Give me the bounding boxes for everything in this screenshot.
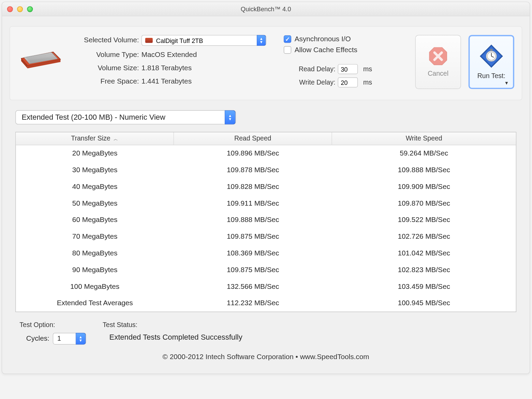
minimize-window-button[interactable]	[17, 6, 23, 12]
table-row: 90 MegaBytes109.875 MB/Sec102.823 MB/Sec	[16, 262, 516, 278]
table-cell: 60 MegaBytes	[16, 212, 174, 228]
table-cell: 102.823 MB/Sec	[332, 262, 516, 278]
table-cell: 70 MegaBytes	[16, 228, 174, 245]
table-cell: 109.522 MB/Sec	[332, 212, 516, 228]
options-column: ✓ Asynchronous I/O Allow Cache Effects R…	[284, 35, 378, 90]
table-cell: 109.888 MB/Sec	[174, 212, 332, 228]
table-cell: 132.566 MB/Sec	[174, 278, 332, 295]
table-row: 40 MegaBytes109.828 MB/Sec109.909 MB/Sec	[16, 178, 516, 195]
bottom-row: Test Option: Cycles: 1 ▲▼ Test Status: E…	[19, 321, 512, 344]
col-write-speed[interactable]: Write Speed	[332, 132, 516, 145]
volume-select[interactable]: CalDigit Tuff 2TB ▲▼	[142, 35, 266, 46]
table-cell: 101.042 MB/Sec	[332, 245, 516, 262]
cancel-icon	[429, 47, 448, 66]
volume-info: Selected Volume: CalDigit Tuff 2TB ▲▼ Vo…	[71, 35, 266, 86]
window-controls	[7, 6, 33, 12]
col-transfer-size[interactable]: Transfer Size ︿	[16, 132, 174, 145]
free-space-label: Free Space:	[71, 77, 141, 86]
table-cell: 109.909 MB/Sec	[332, 178, 516, 195]
test-status-text: Extended Tests Completed Successfully	[103, 333, 512, 342]
table-cell: 100 MegaBytes	[16, 278, 174, 295]
dropdown-indicator-icon: ▼	[504, 80, 509, 85]
zoom-window-button[interactable]	[27, 6, 33, 12]
top-panel: Selected Volume: CalDigit Tuff 2TB ▲▼ Vo…	[10, 26, 522, 100]
ms-unit: ms	[363, 65, 376, 73]
col-read-speed[interactable]: Read Speed	[174, 132, 332, 145]
table-cell: 103.459 MB/Sec	[332, 278, 516, 295]
test-status-label: Test Status:	[103, 321, 512, 329]
ms-unit: ms	[363, 79, 376, 86]
run-test-button[interactable]: Run Test: ▼	[469, 35, 514, 89]
table-row: 50 MegaBytes109.911 MB/Sec109.870 MB/Sec	[16, 195, 516, 212]
table-row: 70 MegaBytes109.875 MB/Sec102.726 MB/Sec	[16, 228, 516, 245]
drive-mini-icon	[145, 38, 153, 43]
window-title: QuickBench™ 4.0	[241, 5, 291, 13]
results-table: Transfer Size ︿ Read Speed Write Speed 2…	[15, 132, 516, 312]
table-cell: 109.828 MB/Sec	[174, 178, 332, 195]
cancel-button-label: Cancel	[428, 70, 448, 77]
table-cell: 59.264 MB/Sec	[332, 145, 516, 162]
table-cell: 30 MegaBytes	[16, 162, 174, 179]
close-window-button[interactable]	[7, 6, 13, 12]
volume-size-value: 1.818 Terabytes	[142, 64, 266, 72]
table-cell: 109.870 MB/Sec	[332, 195, 516, 212]
write-delay-label: Write Delay:	[285, 79, 335, 86]
table-cell: 50 MegaBytes	[16, 195, 174, 212]
cancel-button[interactable]: Cancel	[415, 35, 461, 89]
async-io-label: Asynchronous I/O	[295, 35, 351, 43]
table-cell: 80 MegaBytes	[16, 245, 174, 262]
table-cell: 109.878 MB/Sec	[174, 162, 332, 179]
table-row: Extended Test Averages112.232 MB/Sec100.…	[16, 295, 516, 312]
run-test-button-label: Run Test:	[477, 72, 505, 80]
view-mode-value: Extended Test (20-100 MB) - Numeric View	[21, 113, 165, 122]
footer-text: © 2000-2012 Intech Software Corporation …	[10, 353, 522, 361]
table-cell: 109.875 MB/Sec	[174, 228, 332, 245]
cache-effects-label: Allow Cache Effects	[295, 46, 357, 54]
table-cell: 90 MegaBytes	[16, 262, 174, 278]
svg-rect-16	[490, 49, 492, 50]
titlebar: QuickBench™ 4.0	[2, 2, 530, 16]
volume-select-value: CalDigit Tuff 2TB	[156, 37, 203, 44]
read-delay-input[interactable]	[338, 64, 358, 74]
table-cell: 100.945 MB/Sec	[332, 295, 516, 312]
table-cell: 108.369 MB/Sec	[174, 245, 332, 262]
table-row: 20 MegaBytes109.896 MB/Sec59.264 MB/Sec	[16, 145, 516, 162]
table-cell: 109.896 MB/Sec	[174, 145, 332, 162]
table-row: 80 MegaBytes108.369 MB/Sec101.042 MB/Sec	[16, 245, 516, 262]
write-delay-input[interactable]	[338, 77, 358, 87]
run-test-icon	[479, 44, 503, 68]
table-cell: 102.726 MB/Sec	[332, 228, 516, 245]
view-mode-select[interactable]: Extended Test (20-100 MB) - Numeric View…	[15, 110, 236, 124]
table-cell: 109.911 MB/Sec	[174, 195, 332, 212]
table-cell: 109.888 MB/Sec	[332, 162, 516, 179]
free-space-value: 1.441 Terabytes	[142, 77, 266, 86]
cycles-value: 1	[57, 335, 61, 342]
read-delay-label: Read Delay:	[285, 65, 335, 73]
sort-ascending-icon: ︿	[114, 136, 118, 142]
select-arrows-icon: ▲▼	[257, 35, 266, 46]
test-option-label: Test Option:	[19, 321, 86, 329]
cycles-select[interactable]: 1 ▲▼	[53, 333, 86, 344]
cache-effects-checkbox[interactable]	[284, 46, 291, 54]
async-io-checkbox[interactable]: ✓	[284, 35, 291, 43]
table-cell: 20 MegaBytes	[16, 145, 174, 162]
table-row: 30 MegaBytes109.878 MB/Sec109.888 MB/Sec	[16, 162, 516, 179]
table-row: 100 MegaBytes132.566 MB/Sec103.459 MB/Se…	[16, 278, 516, 295]
cycles-label: Cycles:	[26, 335, 49, 343]
app-window: QuickBench™ 4.0	[2, 2, 530, 374]
table-cell: 109.875 MB/Sec	[174, 262, 332, 278]
select-arrows-icon: ▲▼	[76, 333, 86, 344]
selected-volume-label: Selected Volume:	[71, 36, 141, 44]
table-cell: 40 MegaBytes	[16, 178, 174, 195]
select-arrows-icon: ▲▼	[225, 110, 236, 124]
table-row: 60 MegaBytes109.888 MB/Sec109.522 MB/Sec	[16, 212, 516, 228]
volume-type-value: MacOS Extended	[142, 51, 266, 59]
volume-type-label: Volume Type:	[71, 51, 141, 59]
content: Selected Volume: CalDigit Tuff 2TB ▲▼ Vo…	[2, 16, 530, 374]
table-cell: 112.232 MB/Sec	[174, 295, 332, 312]
volume-size-label: Volume Size:	[71, 64, 141, 72]
table-header: Transfer Size ︿ Read Speed Write Speed	[16, 132, 516, 145]
table-cell: Extended Test Averages	[16, 295, 174, 312]
drive-icon	[17, 35, 63, 71]
